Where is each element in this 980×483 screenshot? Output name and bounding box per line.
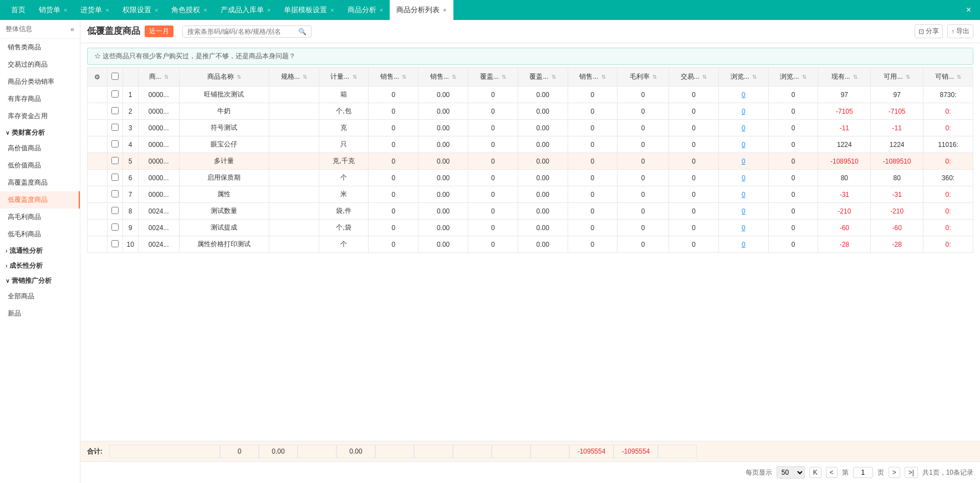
- browse1-cell[interactable]: 0: [718, 153, 768, 170]
- select-all-checkbox[interactable]: [111, 73, 119, 80]
- row-checkbox[interactable]: [111, 140, 119, 148]
- checkbox-cell[interactable]: [107, 136, 122, 153]
- row-checkbox[interactable]: [111, 174, 119, 181]
- row-checkbox[interactable]: [111, 223, 119, 231]
- settings-cell[interactable]: [88, 170, 108, 186]
- settings-cell[interactable]: [88, 186, 108, 203]
- browse1-cell[interactable]: 0: [718, 103, 768, 120]
- checkbox-cell[interactable]: [107, 186, 122, 203]
- cover1-col-header[interactable]: 覆盖... ⇅: [468, 68, 518, 87]
- browse1-cell[interactable]: 0: [718, 136, 768, 153]
- settings-cell[interactable]: [88, 236, 108, 253]
- settings-cell[interactable]: [88, 136, 108, 153]
- sidebar-item-new-goods[interactable]: 新品: [0, 305, 80, 322]
- browse1-cell[interactable]: 0: [718, 203, 768, 220]
- spec-col-header[interactable]: 规格... ⇅: [269, 68, 319, 87]
- nav-tab-purchase[interactable]: 进货单 ×: [74, 0, 115, 20]
- checkbox-cell[interactable]: [107, 203, 122, 220]
- search-icon[interactable]: 🔍: [294, 26, 311, 37]
- nav-tab-home[interactable]: 首页: [4, 0, 32, 20]
- settings-cell[interactable]: [88, 103, 108, 120]
- settings-cell[interactable]: [88, 120, 108, 136]
- row-checkbox[interactable]: [111, 240, 119, 247]
- browse1-cell[interactable]: 0: [718, 120, 768, 136]
- sidebar-item-low-margin[interactable]: 低毛利商品: [0, 226, 80, 243]
- next-page-button[interactable]: >: [889, 467, 900, 478]
- sidebar-item-high-margin[interactable]: 高毛利商品: [0, 209, 80, 226]
- browse1-cell[interactable]: 0: [718, 186, 768, 203]
- sidebar-item-in-stock[interactable]: 有库存商品: [0, 90, 80, 108]
- checkbox-col-header[interactable]: [107, 68, 122, 87]
- sidebar-item-traded-goods[interactable]: 交易过的商品: [0, 56, 80, 73]
- checkbox-cell[interactable]: [107, 87, 122, 103]
- row-checkbox[interactable]: [111, 190, 119, 197]
- checkbox-cell[interactable]: [107, 153, 122, 170]
- first-page-button[interactable]: K: [809, 467, 821, 478]
- name-col-header[interactable]: 商品名称 ⇅: [179, 68, 269, 87]
- close-icon[interactable]: ×: [330, 7, 334, 13]
- time-filter-button[interactable]: 近一月: [145, 26, 173, 37]
- browse1-col-header[interactable]: 浏览... ⇅: [718, 68, 768, 87]
- sidebar-item-stock-fund[interactable]: 库存资金占用: [0, 108, 80, 125]
- nav-tab-analysis-list[interactable]: 商品分析列表 ×: [390, 0, 453, 20]
- last-page-button[interactable]: >|: [905, 467, 918, 478]
- close-all-button[interactable]: ×: [962, 5, 976, 15]
- nav-tab-permissions[interactable]: 权限设置 ×: [116, 0, 165, 20]
- sidebar-item-sales-goods[interactable]: 销售类商品: [0, 39, 80, 56]
- row-checkbox[interactable]: [111, 90, 119, 98]
- row-checkbox[interactable]: [111, 107, 119, 114]
- nav-tab-sales[interactable]: 销货单 ×: [32, 0, 74, 20]
- row-checkbox[interactable]: [111, 124, 119, 131]
- search-input[interactable]: [183, 26, 294, 37]
- sellable-col-header[interactable]: 可销... ⇅: [923, 68, 973, 87]
- browse1-cell[interactable]: 0: [718, 87, 768, 103]
- gross-col-header[interactable]: 毛利率 ⇅: [617, 68, 669, 87]
- settings-col-header[interactable]: ⚙: [88, 68, 108, 87]
- sales-amt-col-header[interactable]: 销售... ⇅: [418, 68, 468, 87]
- share-button[interactable]: ⊡ 分享: [915, 24, 943, 38]
- sidebar-section-growth[interactable]: › 成长性分析: [0, 258, 80, 273]
- row-checkbox[interactable]: [111, 157, 119, 164]
- sidebar-item-high-coverage[interactable]: 高覆盖度商品: [0, 174, 80, 191]
- row-checkbox[interactable]: [111, 207, 119, 214]
- settings-cell[interactable]: [88, 203, 108, 220]
- unit-col-header[interactable]: 计量... ⇅: [319, 68, 369, 87]
- browse1-cell[interactable]: 0: [718, 236, 768, 253]
- close-icon[interactable]: ×: [105, 7, 109, 13]
- curr-qty-col-header[interactable]: 现有... ⇅: [818, 68, 871, 87]
- sidebar-item-low-coverage[interactable]: 低覆盖度商品: [0, 191, 80, 209]
- checkbox-cell[interactable]: [107, 120, 122, 136]
- sales3-col-header[interactable]: 销售... ⇅: [568, 68, 617, 87]
- close-icon[interactable]: ×: [380, 7, 383, 13]
- settings-cell[interactable]: [88, 87, 108, 103]
- cover2-col-header[interactable]: 覆盖... ⇅: [518, 68, 568, 87]
- checkbox-cell[interactable]: [107, 170, 122, 186]
- page-number-input[interactable]: [853, 467, 873, 478]
- sidebar-section-flow[interactable]: › 流通性分析: [0, 243, 80, 258]
- checkbox-cell[interactable]: [107, 236, 122, 253]
- per-page-select[interactable]: 50 20 100: [777, 466, 805, 479]
- sidebar-item-low-value[interactable]: 低价值商品: [0, 157, 80, 174]
- sidebar-section-marketing[interactable]: ∨ 营销推广分析: [0, 273, 80, 288]
- checkbox-cell[interactable]: [107, 103, 122, 120]
- settings-cell[interactable]: [88, 220, 108, 236]
- nav-tab-templates[interactable]: 单据模板设置 ×: [277, 0, 340, 20]
- close-icon[interactable]: ×: [155, 7, 158, 13]
- sales-qty-col-header[interactable]: 销售... ⇅: [369, 68, 418, 87]
- export-button[interactable]: ↑ 导出: [947, 24, 973, 38]
- avail-qty-col-header[interactable]: 可用... ⇅: [871, 68, 923, 87]
- sidebar-item-category-rate[interactable]: 商品分类动销率: [0, 73, 80, 90]
- code-col-header[interactable]: 商... ⇅: [138, 68, 179, 87]
- sidebar-item-all-goods[interactable]: 全部商品: [0, 288, 80, 305]
- sidebar-collapse-header[interactable]: 整体信息 «: [0, 20, 80, 39]
- close-icon[interactable]: ×: [64, 7, 67, 13]
- browse1-cell[interactable]: 0: [718, 170, 768, 186]
- close-icon[interactable]: ×: [203, 7, 207, 13]
- nav-tab-products-in[interactable]: 产成品入库单 ×: [214, 0, 277, 20]
- browse1-cell[interactable]: 0: [718, 220, 768, 236]
- nav-tab-analysis[interactable]: 商品分析 ×: [341, 0, 390, 20]
- close-icon[interactable]: ×: [267, 7, 270, 13]
- trade-col-header[interactable]: 交易... ⇅: [669, 68, 719, 87]
- sidebar-section-quality[interactable]: ∨ 类财富分析: [0, 125, 80, 140]
- sidebar-item-high-value[interactable]: 高价值商品: [0, 140, 80, 157]
